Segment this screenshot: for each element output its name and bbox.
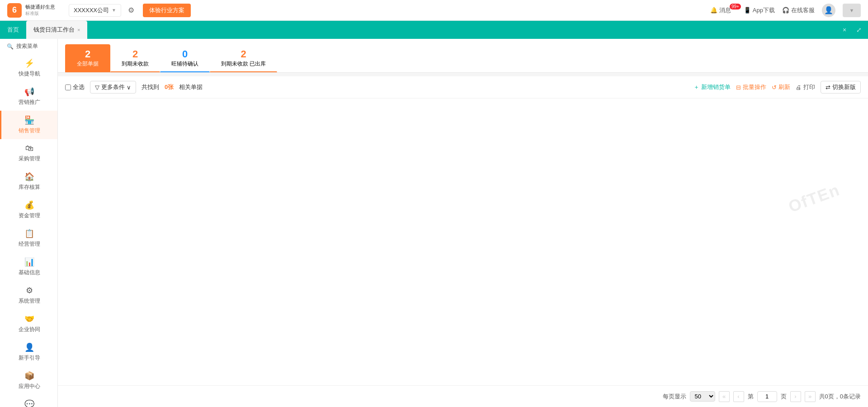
sidebar-item-purchase[interactable]: 🛍 采购管理 [0, 139, 57, 167]
table-area: OfTEn [58, 98, 868, 385]
settings-button[interactable]: ⚙ [125, 4, 137, 17]
switch-version-button[interactable]: ⇄ 切换新版 [821, 81, 861, 94]
sidebar-item-app-center[interactable]: 📦 应用中心 [0, 366, 57, 395]
search-icon: 🔍 [7, 43, 14, 50]
headset-icon: 🎧 [782, 7, 789, 14]
online-service-label: 在线客服 [791, 6, 815, 14]
summary-tab-all[interactable]: 2 全部单据 [65, 44, 110, 72]
sidebar-label-app-center: 应用中心 [19, 383, 40, 390]
summary-label-overdue-out: 到期未收款 已出库 [221, 60, 266, 68]
sidebar: 🔍 搜索菜单 ⚡ 快捷导航 📢 营销推广 🏪 销售管理 🛍 采购管理 🏠 库存核… [0, 39, 58, 407]
sidebar-item-enterprise[interactable]: 🤝 企业协同 [0, 309, 57, 338]
sidebar-item-basic-info[interactable]: 📊 基础信息 [0, 253, 57, 281]
more-conditions-label: 更多条件 [101, 83, 125, 91]
sidebar-item-weixin[interactable]: 💬 企业微信 [0, 395, 57, 407]
refresh-button[interactable]: ↺ 刷新 [772, 83, 790, 91]
print-icon: 🖨 [796, 84, 802, 91]
refresh-icon: ↺ [772, 84, 777, 91]
app-download-button[interactable]: 📱 App下载 [744, 6, 775, 14]
select-all-checkbox[interactable]: 全选 [65, 83, 85, 91]
tab-workbench[interactable]: 钱货日清工作台 × [26, 21, 87, 39]
user-avatar[interactable]: 👤 [822, 4, 835, 17]
tab-close-button[interactable]: × [839, 24, 850, 35]
switch-version-label: 切换新版 [832, 83, 856, 91]
page-first-button[interactable]: « [719, 391, 730, 402]
summary-count-pending: 0 [182, 48, 188, 60]
header-right: 🔔 消息 99+ 📱 App下载 🎧 在线客服 👤 ▼ [710, 4, 861, 17]
sidebar-label-finance: 资金管理 [19, 212, 40, 220]
messages-label: 消息 [719, 6, 731, 14]
sidebar-label-inventory: 库存核算 [19, 183, 40, 191]
per-page-label: 每页显示 [663, 393, 686, 401]
app-download-label: App下载 [753, 6, 775, 14]
summary-count-overdue: 2 [132, 48, 138, 60]
top-header: 6 畅捷通好生意 标准版 XXXXXX公司 ▼ ⚙ 体验行业方案 🔔 消息 99… [0, 0, 868, 21]
page-next-button[interactable]: › [790, 391, 801, 402]
per-page-select[interactable]: 10 20 50 100 [690, 391, 715, 402]
tab-home-label: 首页 [7, 26, 19, 34]
sidebar-item-operations[interactable]: 📋 经营管理 [0, 224, 57, 253]
summary-tab-overdue[interactable]: 2 到期未收款 [110, 44, 160, 72]
page-number-input[interactable]: 1 [757, 391, 777, 402]
clipboard-icon: 📋 [24, 229, 34, 239]
sidebar-item-inventory[interactable]: 🏠 库存核算 [0, 167, 57, 196]
filter-bar: 全选 ▽ 更多条件 ∨ 共找到 0张 相关单据 ＋ 新增销货单 ⊟ 批量操作 [58, 76, 868, 98]
print-button[interactable]: 🖨 打印 [796, 83, 815, 91]
user-name-area[interactable]: ▼ [843, 4, 861, 17]
online-service-button[interactable]: 🎧 在线客服 [782, 6, 815, 14]
sidebar-label-newbie: 新手引导 [19, 354, 40, 362]
messages-button[interactable]: 🔔 消息 99+ [710, 6, 736, 14]
sidebar-search[interactable]: 🔍 搜索菜单 [0, 39, 57, 54]
tab-home[interactable]: 首页 [0, 21, 26, 39]
sidebar-item-marketing[interactable]: 📢 营销推广 [0, 82, 57, 111]
messages-badge: 99+ [730, 4, 741, 9]
sidebar-search-label: 搜索菜单 [16, 42, 38, 50]
more-conditions-button[interactable]: ▽ 更多条件 ∨ [90, 81, 136, 94]
company-selector[interactable]: XXXXXX公司 ▼ [69, 4, 121, 17]
lightning-icon: ⚡ [24, 58, 34, 68]
filter-icon: ▽ [95, 84, 99, 91]
page-prev-button[interactable]: ‹ [733, 391, 744, 402]
handshake-icon: 🤝 [24, 314, 34, 324]
sidebar-item-quick-nav[interactable]: ⚡ 快捷导航 [0, 54, 57, 82]
user-icon: 👤 [824, 6, 833, 14]
batch-ops-button[interactable]: ⊟ 批量操作 [736, 83, 766, 91]
batch-icon: ⊟ [736, 84, 741, 91]
tab-bar: 首页 钱货日清工作台 × × ⤢ [0, 21, 868, 39]
print-label: 打印 [803, 83, 815, 91]
sidebar-item-sales[interactable]: 🏪 销售管理 [0, 111, 57, 139]
bell-icon: 🔔 [710, 7, 717, 14]
summary-label-all: 全部单据 [77, 60, 99, 68]
sidebar-item-system[interactable]: ⚙ 系统管理 [0, 281, 57, 309]
refresh-label: 刷新 [778, 83, 790, 91]
download-icon: 📱 [744, 7, 751, 14]
summary-label-overdue: 到期未收款 [122, 60, 149, 68]
sidebar-item-finance[interactable]: 💰 资金管理 [0, 196, 57, 224]
tab-expand-button[interactable]: ⤢ [854, 24, 864, 35]
total-info: 共0页，0条记录 [819, 393, 861, 401]
new-sales-label: 新增销货单 [701, 83, 731, 91]
sidebar-label-operations: 经营管理 [19, 240, 40, 248]
summary-tab-pending[interactable]: 0 旺辅待确认 [160, 44, 210, 72]
new-sales-button[interactable]: ＋ 新增销货单 [693, 83, 731, 91]
sidebar-label-sales: 销售管理 [19, 127, 40, 135]
sidebar-label-marketing: 营销推广 [19, 98, 40, 106]
cog-icon: ⚙ [26, 285, 33, 295]
select-all-input[interactable] [65, 84, 71, 90]
plus-icon: ＋ [693, 83, 699, 91]
page-last-button[interactable]: » [805, 391, 816, 402]
summary-tab-overdue-out[interactable]: 2 到期未收款 已出库 [210, 44, 277, 72]
summary-label-pending: 旺辅待确认 [171, 60, 198, 68]
select-all-label: 全选 [73, 83, 85, 91]
megaphone-icon: 📢 [24, 87, 34, 97]
company-dropdown-arrow: ▼ [112, 8, 116, 13]
batch-ops-label: 批量操作 [743, 83, 766, 91]
bag-icon: 🛍 [25, 144, 33, 153]
sidebar-item-newbie[interactable]: 👤 新手引导 [0, 338, 57, 366]
switch-icon: ⇄ [826, 84, 830, 91]
pagination-bar: 每页显示 10 20 50 100 « ‹ 第 1 页 › » 共0页，0条记录 [58, 385, 868, 407]
trial-button[interactable]: 体验行业方案 [143, 4, 191, 17]
tab-close-icon[interactable]: × [77, 27, 80, 33]
app-edition: 标准版 [25, 10, 55, 17]
filter-right-actions: ＋ 新增销货单 ⊟ 批量操作 ↺ 刷新 🖨 打印 ⇄ 切换新版 [693, 81, 861, 94]
